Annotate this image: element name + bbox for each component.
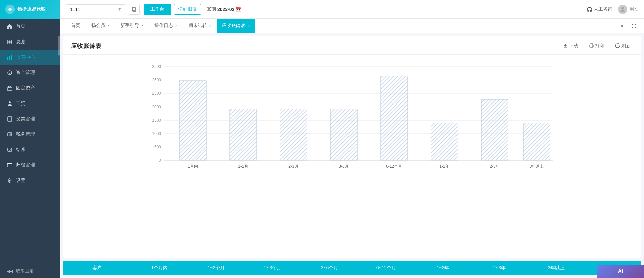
close-all-tabs-button[interactable]: × — [617, 21, 627, 31]
expand-button[interactable] — [629, 21, 639, 31]
svg-point-29 — [592, 45, 593, 46]
tab-label-membership: 畅会员 — [91, 23, 105, 29]
sidebar-item-invoice[interactable]: 发票管理 — [0, 111, 60, 127]
company-selector[interactable]: 1111 ▼ — [66, 4, 126, 14]
svg-text:¥: ¥ — [8, 72, 10, 75]
page-title: 应收账龄表 — [71, 42, 101, 50]
switch-version-button[interactable]: 切到旧版 — [174, 4, 201, 15]
tab-close-log[interactable]: × — [175, 23, 177, 28]
svg-rect-22 — [7, 163, 12, 164]
header-right: 🎧 人工咨询 用友 — [587, 5, 639, 14]
svg-point-13 — [9, 101, 11, 103]
consult-label: 人工咨询 — [594, 6, 612, 12]
tab-close-guide[interactable]: × — [141, 23, 144, 28]
avatar — [618, 5, 627, 14]
ai-label: Ai — [618, 268, 623, 274]
period-value: 2023-02 — [217, 7, 234, 12]
sidebar-item-reports[interactable]: 报表中心 — [0, 50, 60, 65]
print-icon — [589, 43, 594, 49]
tab-ar-aging[interactable]: 应收账龄表 × — [217, 19, 255, 33]
col-header-3plus-year: 3年以上 — [528, 265, 585, 271]
svg-point-24 — [9, 180, 11, 182]
col-header-1-2month: 1~2个月 — [188, 265, 245, 271]
bar-1-2-month — [230, 109, 257, 160]
col-header-customer: 客户 — [63, 265, 131, 271]
svg-rect-7 — [7, 57, 8, 60]
svg-text:2-3年: 2-3年 — [490, 164, 499, 169]
svg-text:1-2年: 1-2年 — [439, 164, 449, 169]
tab-close-period-end[interactable]: × — [209, 23, 211, 28]
tax-icon: 税 — [7, 131, 13, 137]
tab-right-actions: × — [617, 21, 639, 31]
logo-area: 畅捷通易代账 — [0, 0, 60, 19]
copy-button[interactable] — [129, 4, 140, 15]
sidebar-item-home[interactable]: 首页 — [0, 19, 60, 34]
download-label: 下载 — [569, 43, 578, 49]
bar-3-plus-year — [523, 123, 550, 160]
ai-button[interactable]: Ai — [597, 265, 644, 278]
sidebar-label-ledger: 总账 — [16, 39, 25, 45]
invoice-icon — [7, 116, 13, 122]
bar-3-6-month — [330, 109, 357, 160]
sidebar-item-tax[interactable]: 税 税务管理 — [0, 127, 60, 142]
sidebar-label-settings: 设置 — [16, 178, 25, 184]
tab-period-end[interactable]: 期末结转 × — [183, 19, 217, 33]
svg-text:3-6月: 3-6月 — [339, 164, 348, 169]
bar-6-12-month — [381, 76, 408, 160]
tab-log[interactable]: 操作日志 × — [149, 19, 183, 33]
print-label: 打印 — [595, 43, 604, 49]
sidebar-item-ledger[interactable]: 总账 — [0, 34, 60, 50]
sidebar-item-settings[interactable]: 设置 — [0, 173, 60, 188]
page-content: 应收账龄表 下载 — [63, 36, 641, 258]
archive-icon — [7, 162, 13, 168]
period-label: 账期 — [207, 6, 216, 12]
tab-label-log: 操作日志 — [154, 23, 173, 29]
svg-rect-21 — [7, 164, 12, 167]
consult-button[interactable]: 🎧 人工咨询 — [587, 6, 612, 12]
logo-icon — [5, 5, 15, 14]
col-header-2-3year: 2~3年 — [471, 265, 528, 271]
svg-rect-26 — [590, 44, 593, 45]
sidebar-item-assets[interactable]: 固定资产 — [0, 80, 60, 96]
sidebar-item-archive[interactable]: 归档管理 — [0, 157, 60, 173]
content-area: 首页 畅会员 × 新手引导 × 操作日志 × 期末结转 × 应收账龄表 × — [60, 19, 644, 278]
download-button[interactable]: 下载 — [560, 42, 581, 50]
tab-membership[interactable]: 畅会员 × — [86, 19, 115, 33]
chevron-down-icon: ▼ — [118, 7, 122, 12]
pin-icon: ◀◀ — [7, 269, 13, 274]
ledger-icon — [7, 39, 13, 45]
tab-close-membership[interactable]: × — [107, 23, 110, 28]
sidebar-item-funds[interactable]: ¥ 资金管理 — [0, 65, 60, 80]
tab-close-ar-aging[interactable]: × — [248, 23, 250, 28]
page-header: 应收账龄表 下载 — [63, 36, 641, 55]
calendar-icon[interactable]: 📅 — [236, 7, 241, 12]
sidebar-item-salary[interactable]: 工资 — [0, 96, 60, 111]
sidebar-label-funds: 资金管理 — [16, 70, 35, 76]
user-area[interactable]: 用友 — [618, 5, 639, 14]
svg-text:2500: 2500 — [152, 64, 161, 69]
sidebar-label-reports: 报表中心 — [16, 54, 35, 60]
chart-area: 2500 2500 2500 2000 1500 1000 500 0 — [63, 55, 641, 180]
sidebar-label-home: 首页 — [16, 23, 25, 29]
tab-label-ar-aging: 应收账龄表 — [222, 23, 246, 29]
download-icon — [563, 43, 568, 49]
print-button[interactable]: 打印 — [586, 42, 607, 50]
user-name: 用友 — [629, 6, 639, 12]
reports-icon — [7, 54, 13, 60]
refresh-button[interactable]: 刷新 — [612, 42, 633, 50]
tab-home[interactable]: 首页 — [66, 19, 86, 33]
sidebar-label-checkout: 结账 — [16, 147, 25, 153]
svg-rect-3 — [8, 40, 12, 44]
refresh-label: 刷新 — [621, 43, 631, 49]
sidebar-label-tax: 税务管理 — [16, 131, 35, 137]
sidebar-item-checkout[interactable]: 结账 — [0, 142, 60, 157]
col-header-2-3month: 2~3个月 — [245, 265, 301, 271]
bar-2-3-year — [481, 99, 508, 160]
sidebar-label-assets: 固定资产 — [16, 85, 35, 91]
tab-guide[interactable]: 新手引导 × — [115, 19, 149, 33]
svg-rect-25 — [564, 47, 567, 48]
workbench-button[interactable]: 工作台 — [144, 4, 171, 15]
unpin-button[interactable]: ◀◀ 取消固定 — [0, 264, 60, 278]
svg-text:1月内: 1月内 — [188, 164, 198, 169]
bar-2-3-month — [280, 109, 307, 160]
